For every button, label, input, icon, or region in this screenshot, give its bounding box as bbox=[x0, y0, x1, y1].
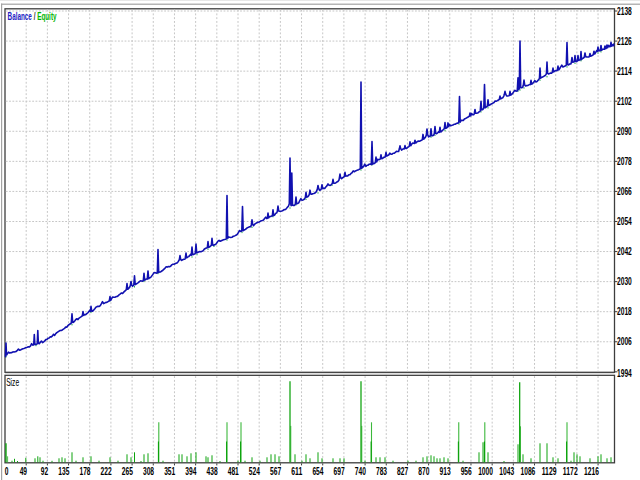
svg-text:265: 265 bbox=[122, 465, 133, 477]
svg-text:Balance / Equity: Balance / Equity bbox=[8, 10, 57, 22]
svg-text:2138: 2138 bbox=[617, 5, 632, 17]
svg-text:2042: 2042 bbox=[617, 246, 632, 258]
svg-text:1129: 1129 bbox=[542, 465, 557, 477]
svg-text:222: 222 bbox=[101, 465, 112, 477]
svg-text:524: 524 bbox=[249, 465, 260, 477]
svg-text:2126: 2126 bbox=[617, 35, 632, 47]
svg-text:394: 394 bbox=[185, 465, 196, 477]
svg-text:567: 567 bbox=[270, 465, 281, 477]
svg-text:1043: 1043 bbox=[499, 465, 514, 477]
svg-text:913: 913 bbox=[439, 465, 450, 477]
svg-text:Size: Size bbox=[6, 377, 19, 389]
svg-text:351: 351 bbox=[164, 465, 175, 477]
svg-text:870: 870 bbox=[418, 465, 429, 477]
svg-text:1172: 1172 bbox=[563, 465, 578, 477]
svg-text:827: 827 bbox=[397, 465, 408, 477]
svg-text:2066: 2066 bbox=[617, 185, 632, 197]
svg-text:956: 956 bbox=[461, 465, 472, 477]
svg-text:438: 438 bbox=[206, 465, 217, 477]
svg-text:2018: 2018 bbox=[617, 306, 632, 318]
svg-text:654: 654 bbox=[312, 465, 323, 477]
svg-text:611: 611 bbox=[291, 465, 302, 477]
svg-text:2006: 2006 bbox=[617, 336, 632, 348]
svg-text:0: 0 bbox=[5, 465, 9, 477]
svg-text:49: 49 bbox=[20, 465, 28, 477]
svg-text:1086: 1086 bbox=[520, 465, 535, 477]
svg-text:2102: 2102 bbox=[617, 95, 632, 107]
svg-text:92: 92 bbox=[41, 465, 49, 477]
svg-text:2030: 2030 bbox=[617, 276, 632, 288]
svg-text:783: 783 bbox=[376, 465, 387, 477]
svg-text:697: 697 bbox=[334, 465, 345, 477]
svg-text:2090: 2090 bbox=[617, 125, 632, 137]
svg-text:2054: 2054 bbox=[617, 216, 632, 228]
svg-text:135: 135 bbox=[58, 465, 69, 477]
svg-text:308: 308 bbox=[143, 465, 154, 477]
svg-text:740: 740 bbox=[355, 465, 366, 477]
svg-text:178: 178 bbox=[79, 465, 90, 477]
svg-text:1000: 1000 bbox=[478, 465, 493, 477]
svg-text:1216: 1216 bbox=[584, 465, 599, 477]
svg-text:2078: 2078 bbox=[617, 155, 632, 167]
svg-text:481: 481 bbox=[228, 465, 239, 477]
svg-text:1994: 1994 bbox=[617, 368, 632, 380]
svg-text:2114: 2114 bbox=[617, 65, 632, 77]
